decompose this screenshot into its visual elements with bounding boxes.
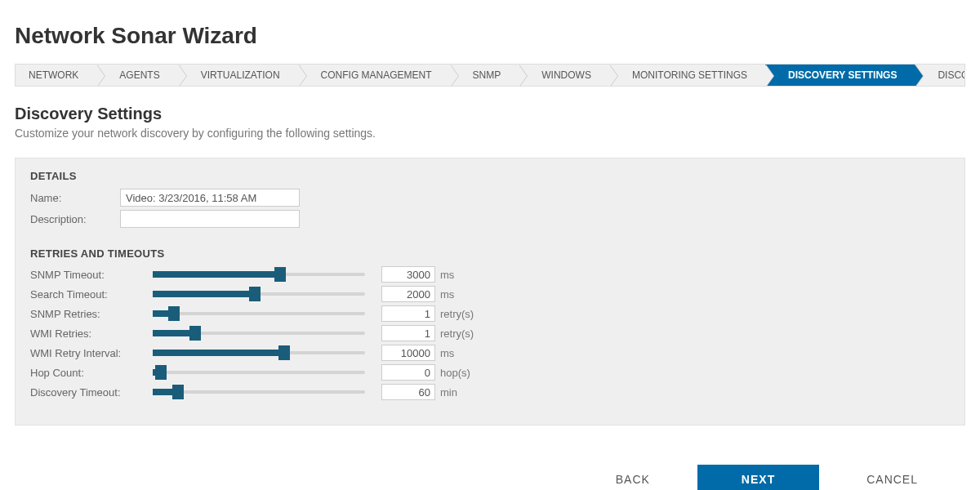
retry-value-input[interactable] <box>381 364 435 381</box>
cancel-button[interactable]: CANCEL <box>852 465 933 490</box>
name-input[interactable] <box>120 189 300 207</box>
name-row: Name: <box>30 189 950 207</box>
section-subtitle: Customize your network discovery by conf… <box>15 127 965 140</box>
settings-panel: DETAILS Name: Description: RETRIES AND T… <box>15 158 965 425</box>
retry-value-input[interactable] <box>381 384 435 400</box>
retry-value-input[interactable] <box>381 305 435 322</box>
retry-label: Discovery Timeout: <box>30 386 153 399</box>
retry-unit: hop(s) <box>440 367 470 379</box>
wizard-step[interactable]: AGENTS <box>96 65 177 86</box>
retry-value-input[interactable] <box>381 325 435 341</box>
retry-value-input[interactable] <box>381 266 435 283</box>
description-input[interactable] <box>120 210 300 228</box>
retry-slider[interactable] <box>153 347 365 359</box>
retry-row: Search Timeout:ms <box>30 286 950 302</box>
retry-label: SNMP Retries: <box>30 308 153 320</box>
retry-row: Discovery Timeout:min <box>30 384 950 400</box>
wizard-step[interactable]: MONITORING SETTINGS <box>609 65 765 86</box>
retry-row: Hop Count:hop(s) <box>30 364 950 381</box>
slider-handle[interactable] <box>274 267 286 282</box>
retry-slider[interactable] <box>153 367 365 378</box>
slider-handle[interactable] <box>172 385 184 399</box>
retry-value-input[interactable] <box>381 345 435 361</box>
retry-unit: ms <box>440 347 454 359</box>
retry-slider[interactable] <box>153 288 365 300</box>
back-button[interactable]: BACK <box>601 465 665 490</box>
wizard-step-bar: NETWORKAGENTSVIRTUALIZATIONCONFIG MANAGE… <box>15 64 965 87</box>
retry-unit: retry(s) <box>440 327 474 340</box>
name-label: Name: <box>30 192 120 204</box>
wizard-step[interactable]: NETWORK <box>16 65 96 86</box>
retry-row: WMI Retries:retry(s) <box>30 325 950 341</box>
retry-unit: retry(s) <box>440 308 474 320</box>
retry-unit: min <box>440 386 457 399</box>
slider-handle[interactable] <box>189 326 201 341</box>
retry-slider[interactable] <box>153 308 365 319</box>
retry-unit: ms <box>440 288 454 301</box>
retry-label: Hop Count: <box>30 367 153 379</box>
page-title: Network Sonar Wizard <box>15 23 965 49</box>
retry-label: WMI Retry Interval: <box>30 347 153 359</box>
retry-value-input[interactable] <box>381 286 435 302</box>
retries-heading: RETRIES AND TIMEOUTS <box>30 247 950 260</box>
retry-label: WMI Retries: <box>30 327 153 340</box>
slider-handle[interactable] <box>155 365 167 380</box>
slider-handle[interactable] <box>249 287 261 301</box>
retry-slider[interactable] <box>153 269 365 280</box>
details-heading: DETAILS <box>30 170 950 182</box>
slider-handle[interactable] <box>168 306 180 321</box>
wizard-step[interactable]: DISCOVERY SETTINGS <box>765 65 915 86</box>
retry-row: SNMP Timeout:ms <box>30 266 950 283</box>
retry-row: SNMP Retries:retry(s) <box>30 305 950 322</box>
footer-buttons: BACK NEXT CANCEL <box>15 450 965 490</box>
slider-handle[interactable] <box>278 345 290 360</box>
description-row: Description: <box>30 210 950 228</box>
next-button[interactable]: NEXT <box>697 465 819 490</box>
wizard-step[interactable]: WINDOWS <box>519 65 609 86</box>
retry-unit: ms <box>440 269 454 281</box>
retry-slider[interactable] <box>153 386 365 398</box>
retry-slider[interactable] <box>153 327 365 339</box>
retry-row: WMI Retry Interval:ms <box>30 345 950 361</box>
retry-label: SNMP Timeout: <box>30 269 153 281</box>
wizard-step[interactable]: VIRTUALIZATION <box>178 65 298 86</box>
section-title: Discovery Settings <box>15 105 965 123</box>
retry-label: Search Timeout: <box>30 288 153 301</box>
wizard-step[interactable]: SNMP <box>450 65 519 86</box>
wizard-step[interactable]: CONFIG MANAGEMENT <box>298 65 450 86</box>
description-label: Description: <box>30 213 120 225</box>
